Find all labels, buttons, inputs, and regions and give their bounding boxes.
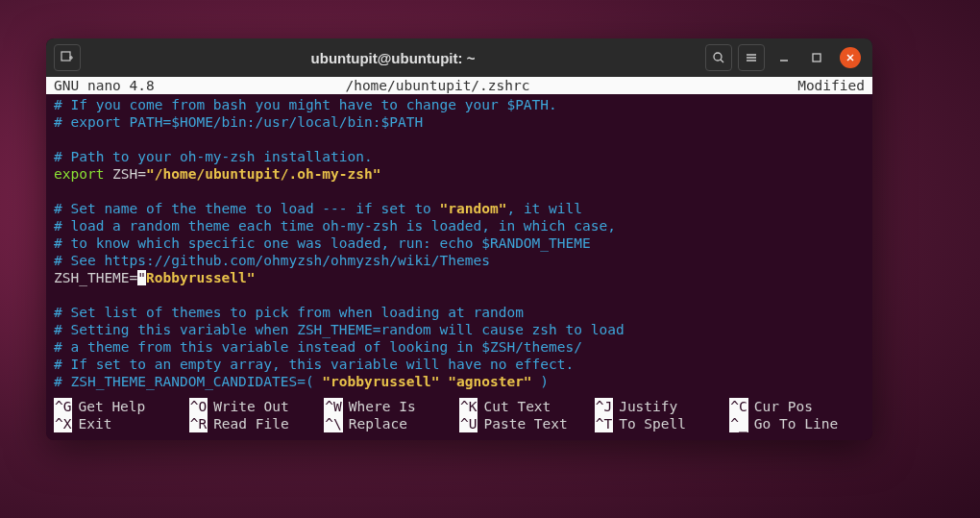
shortcut-to-spell: ^TTo Spell	[595, 415, 730, 432]
editor-token: , it will	[506, 201, 582, 216]
editor-line: # export PATH=$HOME/bin:/usr/local/bin:$…	[54, 114, 423, 130]
shortcut-label: Go To Line	[748, 415, 838, 432]
editor-token: "random"	[440, 201, 507, 216]
close-button[interactable]	[840, 47, 861, 68]
menu-button[interactable]	[738, 44, 765, 71]
editor-token: )	[532, 374, 549, 389]
nano-statusbar: GNU nano 4.8 /home/ubuntupit/.zshrc Modi…	[46, 77, 872, 94]
shortcut-label: Read File	[208, 415, 289, 432]
editor-content[interactable]: # If you come from bash you might have t…	[46, 94, 872, 396]
search-button[interactable]	[705, 44, 732, 71]
editor-line: # If you come from bash you might have t…	[54, 97, 557, 112]
editor-token: "/home/ubuntupit/.oh-my-zsh"	[146, 166, 380, 182]
shortcut-key: ^T	[595, 415, 613, 432]
svg-point-3	[714, 53, 722, 61]
editor-token: "robbyrussell" "agnoster"	[322, 374, 531, 389]
shortcut-label: Paste Text	[478, 415, 567, 432]
shortcut-label: Replace	[343, 415, 407, 432]
shortcut-where-is: ^WWhere Is	[324, 398, 459, 415]
svg-line-4	[721, 60, 723, 62]
editor-token: Robbyrussell"	[146, 270, 256, 285]
editor-line: # a theme from this variable instead of …	[54, 339, 582, 355]
new-tab-button[interactable]	[54, 44, 81, 71]
editor-token: export	[54, 166, 104, 182]
shortcut-key: ^R	[189, 415, 208, 432]
shortcut-label: Exit	[72, 415, 111, 432]
shortcut-go-to-line: ^_Go To Line	[729, 415, 865, 432]
shortcut-key: ^C	[729, 398, 747, 415]
shortcut-key: ^W	[324, 398, 342, 415]
shortcut-paste-text: ^UPaste Text	[459, 415, 595, 432]
shortcut-label: Justify	[613, 398, 677, 415]
maximize-button[interactable]	[803, 44, 830, 71]
cursor-position: "	[137, 270, 146, 285]
titlebar: ubuntupit@ubuntupit: ~	[46, 38, 872, 77]
shortcut-key: ^K	[459, 398, 478, 415]
editor-line: # Set list of themes to pick from when l…	[54, 305, 524, 320]
shortcut-label: Cut Text	[478, 398, 551, 415]
shortcut-key: ^_	[729, 415, 747, 432]
shortcut-get-help: ^GGet Help	[54, 398, 189, 415]
shortcut-label: Write Out	[208, 398, 289, 415]
editor-line: # Path to your oh-my-zsh installation.	[54, 149, 373, 164]
shortcut-key: ^U	[459, 415, 478, 432]
shortcut-exit: ^XExit	[54, 415, 189, 432]
shortcut-justify: ^JJustify	[595, 398, 730, 415]
shortcut-replace: ^\Replace	[324, 415, 459, 432]
svg-rect-0	[61, 52, 70, 61]
terminal-window: ubuntupit@ubuntupit: ~ GNU nano 4.8 /hom…	[46, 38, 872, 440]
shortcut-read-file: ^RRead File	[189, 415, 325, 432]
minimize-button[interactable]	[771, 44, 797, 71]
editor-token: # Set name of the theme to load --- if s…	[54, 201, 440, 216]
editor-token: ZSH	[104, 166, 137, 182]
shortcut-key: ^J	[595, 398, 613, 415]
shortcuts-row: ^XExit ^RRead File ^\Replace ^UPaste Tex…	[54, 415, 865, 432]
nano-file-path: /home/ubuntupit/.zshrc	[78, 78, 797, 93]
editor-line: # See https://github.com/ohmyzsh/ohmyzsh…	[54, 253, 490, 268]
nano-shortcuts: ^GGet Help ^OWrite Out ^WWhere Is ^KCut …	[46, 396, 872, 440]
shortcut-key: ^X	[54, 415, 72, 432]
shortcut-key: ^O	[189, 398, 208, 415]
shortcut-key: ^\	[324, 415, 342, 432]
shortcuts-row: ^GGet Help ^OWrite Out ^WWhere Is ^KCut …	[54, 398, 865, 415]
editor-line: # to know which specific one was loaded,…	[54, 235, 591, 251]
shortcut-label: Where Is	[343, 398, 416, 415]
shortcut-key: ^G	[54, 398, 72, 415]
shortcut-write-out: ^OWrite Out	[189, 398, 325, 415]
editor-line: # Setting this variable when ZSH_THEME=r…	[54, 322, 625, 337]
editor-token: =	[130, 270, 138, 285]
shortcut-cur-pos: ^CCur Pos	[729, 398, 865, 415]
editor-token: ZSH_THEME	[54, 270, 130, 285]
shortcut-label: To Spell	[613, 415, 686, 432]
nano-modified-status: Modified	[797, 78, 865, 93]
shortcut-cut-text: ^KCut Text	[459, 398, 595, 415]
editor-token: # ZSH_THEME_RANDOM_CANDIDATES=(	[54, 374, 322, 389]
editor-line: # If set to an empty array, this variabl…	[54, 357, 574, 372]
editor-line: # load a random theme each time oh-my-zs…	[54, 218, 616, 234]
svg-rect-9	[813, 54, 821, 62]
shortcut-label: Get Help	[72, 398, 145, 415]
editor-token: =	[137, 166, 146, 182]
shortcut-label: Cur Pos	[748, 398, 813, 415]
window-title: ubuntupit@ubuntupit: ~	[86, 50, 699, 66]
